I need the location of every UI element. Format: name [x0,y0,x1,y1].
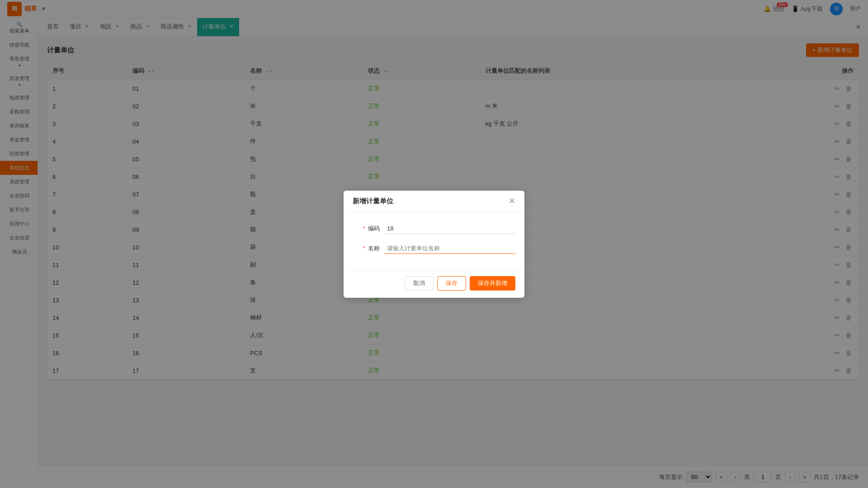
modal-body: * 编码 * 名称 [344,212,524,270]
modal-header: 新增计量单位 ✕ [344,191,524,212]
required-mark-name: * [363,245,365,252]
required-mark-code: * [363,225,365,232]
name-label: * 名称 [353,244,380,253]
modal-footer: 取消 保存 保存并新增 [344,270,524,298]
form-item-code: * 编码 [353,223,515,234]
code-input[interactable] [384,223,515,234]
modal-close-button[interactable]: ✕ [509,197,515,205]
modal-overlay: 新增计量单位 ✕ * 编码 * 名称 取消 保存 保存并新增 [0,0,868,488]
add-unit-modal: 新增计量单位 ✕ * 编码 * 名称 取消 保存 保存并新增 [344,191,524,298]
form-item-name: * 名称 [353,243,515,254]
save-button[interactable]: 保存 [437,276,466,291]
code-label: * 编码 [353,225,380,233]
cancel-button[interactable]: 取消 [405,276,434,291]
name-input[interactable] [384,243,515,254]
modal-title: 新增计量单位 [353,197,393,206]
save-and-new-button[interactable]: 保存并新增 [470,276,515,291]
